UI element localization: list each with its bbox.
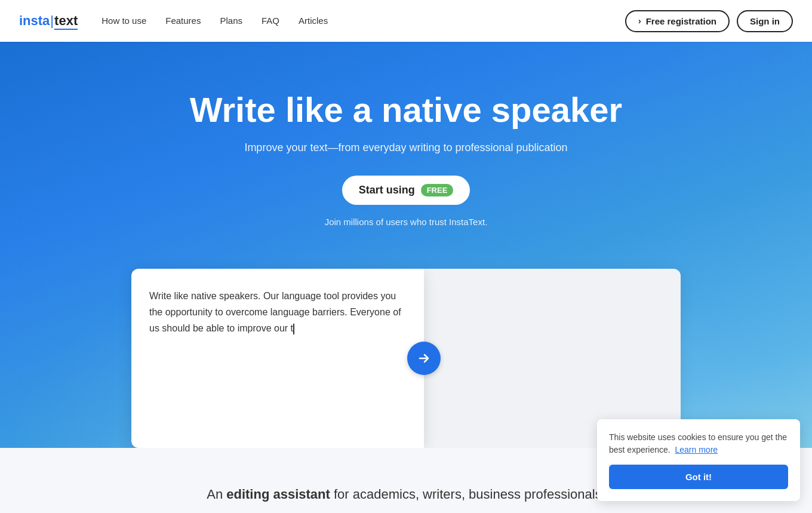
below-hero-line1: An editing assistant for academics, writ… — [137, 484, 675, 505]
hero-subtitle: Improve your text—from everyday writing … — [244, 142, 567, 154]
free-reg-label: Free registration — [646, 16, 716, 26]
process-text-button[interactable] — [407, 342, 441, 375]
navbar: insta|text How to use Features Plans FAQ… — [0, 0, 812, 42]
below-hero-line2: Improve readability, clarity, style, gra… — [137, 511, 675, 513]
arrow-right-icon — [417, 351, 431, 365]
free-registration-button[interactable]: › Free registration — [625, 10, 730, 32]
nav-item-plans[interactable]: Plans — [220, 16, 242, 26]
nav-item-articles[interactable]: Articles — [299, 16, 328, 26]
nav-link-plans[interactable]: Plans — [220, 16, 242, 26]
navbar-left: insta|text How to use Features Plans FAQ… — [19, 13, 328, 29]
logo[interactable]: insta|text — [19, 13, 78, 29]
line1-prefix: An — [207, 487, 226, 502]
logo-text: text — [54, 13, 78, 29]
nav-links: How to use Features Plans FAQ Articles — [102, 16, 328, 26]
nav-item-faq[interactable]: FAQ — [262, 16, 279, 26]
nav-item-how-to-use[interactable]: How to use — [102, 16, 146, 26]
accept-cookies-button[interactable]: Got it! — [609, 465, 788, 489]
logo-insta: insta — [19, 13, 50, 29]
free-badge: FREE — [421, 184, 454, 196]
nav-link-articles[interactable]: Articles — [299, 16, 328, 26]
nav-item-features[interactable]: Features — [165, 16, 201, 26]
logo-pipe: | — [50, 13, 54, 29]
line1-suffix: for academics, writers, business profess… — [330, 487, 605, 502]
nav-link-how-to-use[interactable]: How to use — [102, 16, 146, 26]
hero-section: Write like a native speaker Improve your… — [0, 42, 812, 448]
nav-link-features[interactable]: Features — [165, 16, 201, 26]
editor-input-text: Write like native speakers. Our language… — [149, 291, 401, 333]
start-using-button[interactable]: Start using FREE — [342, 176, 470, 205]
chevron-right-icon: › — [638, 16, 641, 26]
trust-text: Join millions of users who trust InstaTe… — [325, 217, 488, 227]
editor-input[interactable]: Write like native speakers. Our language… — [131, 269, 424, 448]
nav-link-faq[interactable]: FAQ — [262, 16, 279, 26]
hero-title: Write like a native speaker — [190, 90, 622, 130]
learn-more-link[interactable]: Learn more — [675, 445, 718, 454]
navbar-right: › Free registration Sign in — [625, 10, 793, 32]
line1-bold: editing assistant — [226, 487, 330, 502]
cookie-message: This website uses cookies to ensure you … — [609, 431, 788, 456]
text-cursor — [293, 324, 294, 334]
sign-in-button[interactable]: Sign in — [737, 10, 793, 32]
cookie-banner: This website uses cookies to ensure you … — [597, 419, 800, 501]
start-using-label: Start using — [359, 184, 415, 196]
